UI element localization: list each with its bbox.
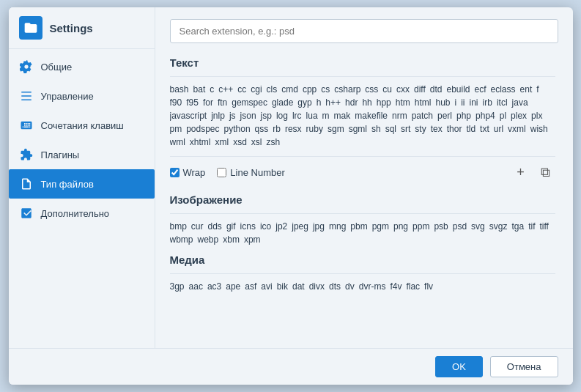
tag-jnlp[interactable]: jnlp: [211, 111, 225, 121]
tag-makefile[interactable]: makefile: [355, 111, 388, 121]
tag-xsl[interactable]: xsl: [251, 137, 262, 147]
tag-i[interactable]: i: [455, 97, 457, 108]
tag-f90[interactable]: f90: [170, 97, 182, 108]
tag-nrm[interactable]: nrm: [392, 111, 407, 121]
tag-cs[interactable]: cs: [321, 84, 330, 95]
tag-webp[interactable]: webp: [198, 234, 219, 245]
tag-psd[interactable]: psd: [453, 221, 467, 232]
tag-dat[interactable]: dat: [292, 281, 305, 292]
line-number-checkbox[interactable]: [217, 168, 226, 177]
tag-xpm[interactable]: xpm: [244, 234, 261, 245]
tag-hh[interactable]: hh: [362, 97, 371, 108]
tag-bmp[interactable]: bmp: [170, 221, 187, 232]
tag-cu[interactable]: cu: [382, 84, 392, 95]
tag-dds[interactable]: dds: [208, 221, 222, 232]
tag-resx[interactable]: resx: [285, 124, 302, 134]
tag-svgz[interactable]: svgz: [489, 221, 508, 232]
tag-vxml[interactable]: vxml: [508, 124, 526, 134]
tag-ftn[interactable]: ftn: [218, 97, 227, 108]
search-input[interactable]: [170, 19, 558, 43]
tag-mak[interactable]: mak: [334, 111, 351, 121]
tag-thor[interactable]: thor: [447, 124, 462, 134]
tag-gif[interactable]: gif: [226, 221, 236, 232]
tag-cc[interactable]: cc: [237, 84, 246, 95]
tag-irb[interactable]: irb: [483, 97, 492, 108]
tag-bik[interactable]: bik: [277, 281, 288, 292]
tag-diff[interactable]: diff: [414, 84, 426, 95]
tag-hdr[interactable]: hdr: [345, 97, 358, 108]
tag-js[interactable]: js: [229, 111, 236, 121]
tag-cgi[interactable]: cgi: [251, 84, 262, 95]
tag-json[interactable]: json: [240, 111, 256, 121]
tag-ac3[interactable]: ac3: [207, 281, 221, 292]
tag-perl[interactable]: perl: [437, 111, 452, 121]
tag-lua[interactable]: lua: [306, 111, 318, 121]
tag-bash[interactable]: bash: [170, 84, 189, 95]
tag-sgml[interactable]: sgml: [349, 124, 367, 134]
tag-jpg[interactable]: jpg: [313, 221, 325, 232]
wrap-checkbox-label[interactable]: Wrap: [170, 167, 206, 178]
tag-wbmp[interactable]: wbmp: [170, 234, 193, 245]
tag-ebuild[interactable]: ebuild: [446, 84, 470, 95]
tag-ruby[interactable]: ruby: [306, 124, 323, 134]
sidebar-item-manage[interactable]: Управление: [9, 81, 155, 111]
tag-tga[interactable]: tga: [511, 221, 524, 232]
tag-jsp[interactable]: jsp: [261, 111, 272, 121]
tag-php[interactable]: php: [456, 111, 471, 121]
cancel-button[interactable]: Отмена: [490, 356, 558, 377]
tag-aac[interactable]: aac: [189, 281, 203, 292]
tag-srt[interactable]: srt: [401, 124, 410, 134]
tag-for[interactable]: for: [203, 97, 213, 108]
tag-lrc[interactable]: lrc: [292, 111, 302, 121]
tag-cxx[interactable]: cxx: [396, 84, 410, 95]
tag-patch[interactable]: patch: [412, 111, 433, 121]
tag-xhtml[interactable]: xhtml: [190, 137, 211, 147]
tag-url[interactable]: url: [494, 124, 503, 134]
copy-button[interactable]: ⧉: [536, 163, 555, 182]
tag-jp2[interactable]: jp2: [275, 221, 287, 232]
tag-eclass[interactable]: eclass: [491, 84, 516, 95]
sidebar-item-filetypes[interactable]: Тип файлов: [9, 169, 155, 199]
tag-cls[interactable]: cls: [267, 84, 278, 95]
tag-plex[interactable]: plex: [511, 111, 527, 121]
tag-avi[interactable]: avi: [261, 281, 272, 292]
tag-flv[interactable]: flv: [424, 281, 433, 292]
tag-dts[interactable]: dts: [329, 281, 341, 292]
tag-cpp[interactable]: cpp: [303, 84, 317, 95]
tag-wish[interactable]: wish: [530, 124, 548, 134]
tag-dtd[interactable]: dtd: [430, 84, 443, 95]
tag-xml[interactable]: xml: [215, 137, 229, 147]
line-number-checkbox-label[interactable]: Line Number: [217, 167, 284, 178]
tag-sgm[interactable]: sgm: [327, 124, 344, 134]
tag-divx[interactable]: divx: [309, 281, 325, 292]
tag-rb[interactable]: rb: [273, 124, 281, 134]
tag-gemspec[interactable]: gemspec: [232, 97, 267, 108]
tag-bat[interactable]: bat: [193, 84, 206, 95]
tag-php4[interactable]: php4: [475, 111, 495, 121]
sidebar-item-advanced[interactable]: Дополнительно: [9, 199, 155, 228]
tag-f[interactable]: f: [536, 84, 539, 95]
tag-tiff[interactable]: tiff: [540, 221, 549, 232]
sidebar-item-plugins[interactable]: Плагины: [9, 140, 155, 169]
sidebar-item-shortcuts[interactable]: Сочетания клавиш: [9, 111, 155, 140]
tag-xbm[interactable]: xbm: [223, 234, 240, 245]
tag-podspec[interactable]: podspec: [186, 124, 219, 134]
tag-ecf[interactable]: ecf: [475, 84, 486, 95]
tag-htm[interactable]: htm: [396, 97, 410, 108]
tag-css[interactable]: css: [365, 84, 378, 95]
tag-png[interactable]: png: [393, 221, 408, 232]
tag-sh[interactable]: sh: [371, 124, 381, 134]
tag-ent[interactable]: ent: [520, 84, 533, 95]
tag-gyp[interactable]: gyp: [297, 97, 311, 108]
tag-ii[interactable]: ii: [461, 97, 465, 108]
ok-button[interactable]: OK: [435, 356, 483, 377]
tag-dv[interactable]: dv: [345, 281, 355, 292]
tag-cur[interactable]: cur: [191, 221, 204, 232]
tag-m[interactable]: m: [322, 111, 330, 121]
add-button[interactable]: +: [511, 163, 530, 182]
tag-sty[interactable]: sty: [415, 124, 426, 134]
tag-ppm[interactable]: ppm: [412, 221, 429, 232]
tag-javascript[interactable]: javascript: [170, 111, 207, 121]
content-scroll[interactable]: Текст bashbatcc++cccgiclscmdcppcscsharpc…: [170, 53, 558, 348]
tag-zsh[interactable]: zsh: [267, 137, 281, 147]
